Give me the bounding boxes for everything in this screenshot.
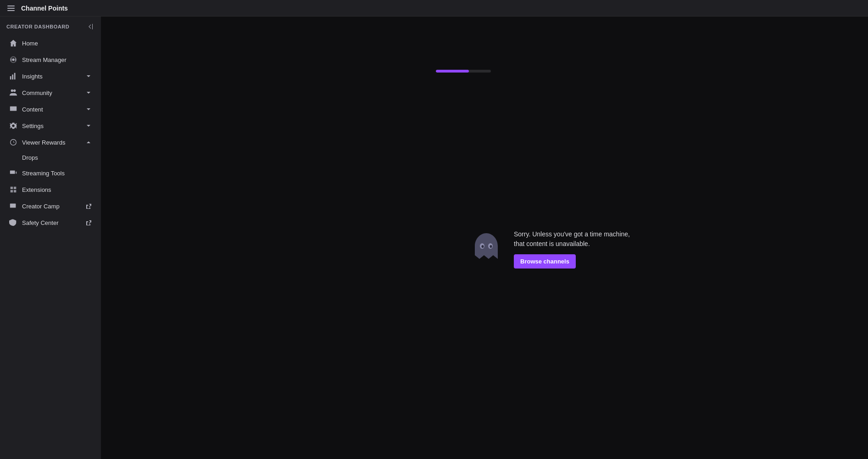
settings-chevron-down-icon [85,123,92,129]
svg-rect-7 [10,171,15,174]
viewer-rewards-chevron-up-icon [85,139,92,146]
sidebar-item-insights-label: Insights [22,73,43,80]
creator-camp-external-link-icon [86,203,92,209]
sidebar-item-drops[interactable]: Drops [3,151,98,164]
sidebar-item-streaming-tools-label: Streaming Tools [22,170,65,177]
sidebar: CREATOR DASHBOARD Home [0,17,101,459]
sidebar-item-settings[interactable]: Settings [3,118,98,134]
sidebar-item-insights[interactable]: Insights [3,68,98,84]
svg-point-0 [12,58,14,61]
sidebar-item-viewer-rewards[interactable]: Viewer Rewards [3,134,98,150]
sidebar-item-stream-manager-label: Stream Manager [22,56,67,63]
content-chevron-down-icon [85,106,92,112]
topbar-title: Channel Points [21,5,68,12]
sidebar-item-drops-label: Drops [22,154,38,161]
community-chevron-down-icon [85,90,92,96]
svg-rect-8 [10,204,16,208]
sidebar-item-content-label: Content [22,106,43,113]
community-icon [9,89,17,97]
sidebar-item-content[interactable]: Content [3,101,98,117]
sidebar-item-safety-center-label: Safety Center [22,219,59,226]
error-text-block: Sorry. Unless you've got a time machine,… [514,228,633,269]
svg-rect-3 [14,73,16,79]
main-content: Sorry. Unless you've got a time machine,… [101,17,868,459]
svg-rect-1 [10,76,11,79]
svg-rect-5 [10,106,17,111]
sidebar-item-home[interactable]: Home [3,35,98,51]
sidebar-item-community-label: Community [22,90,52,96]
sidebar-item-safety-center[interactable]: Safety Center [3,215,98,230]
sidebar-item-community[interactable]: Community [3,85,98,101]
loading-bar [436,70,491,73]
sidebar-item-home-label: Home [22,40,38,47]
browse-channels-button[interactable]: Browse channels [514,254,576,269]
svg-point-11 [482,245,484,248]
sidebar-item-stream-manager[interactable]: Stream Manager [3,52,98,67]
sidebar-item-extensions[interactable]: Extensions [3,182,98,197]
menu-button[interactable] [6,4,17,13]
insights-icon [9,72,17,80]
svg-rect-2 [12,74,13,79]
content-icon [9,105,17,113]
creator-camp-icon [9,202,17,210]
home-icon [9,39,17,47]
error-message: Sorry. Unless you've got a time machine,… [514,230,633,249]
safety-center-external-link-icon [86,220,92,226]
sidebar-item-creator-camp[interactable]: Creator Camp [3,198,98,214]
sidebar-item-extensions-label: Extensions [22,186,51,193]
streaming-tools-icon [9,169,17,177]
sidebar-item-viewer-rewards-label: Viewer Rewards [22,139,65,146]
sidebar-item-creator-camp-label: Creator Camp [22,203,60,210]
error-container: Sorry. Unless you've got a time machine,… [468,228,633,269]
ghost-illustration [468,228,505,264]
sidebar-collapse-button[interactable] [85,22,95,31]
sidebar-header-label: CREATOR DASHBOARD [6,24,69,29]
sidebar-item-streaming-tools[interactable]: Streaming Tools [3,165,98,181]
topbar: Channel Points [0,0,868,17]
safety-center-icon [9,218,17,227]
settings-icon [9,122,17,130]
stream-manager-icon [9,56,17,64]
insights-chevron-down-icon [85,73,92,79]
layout: CREATOR DASHBOARD Home [0,17,868,459]
sidebar-item-settings-label: Settings [22,123,44,129]
sidebar-header: CREATOR DASHBOARD [0,17,101,35]
svg-point-12 [490,245,492,248]
viewer-rewards-icon [9,138,17,146]
loading-bar-fill [436,70,469,73]
extensions-icon [9,185,17,194]
